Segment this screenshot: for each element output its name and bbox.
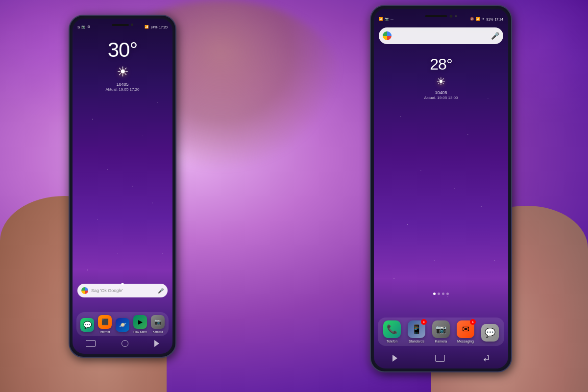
dot-r3 (442, 293, 444, 295)
badge-messaging: 1 (470, 319, 476, 325)
weather-icon-left: ☀ (77, 64, 168, 80)
dot-r1 (433, 293, 436, 295)
weather-widget-right: 28° ☀ 10405 Aktual. 19.05 13:00 (381, 55, 502, 100)
left-side-button (69, 74, 70, 89)
app-wrapper-internet[interactable]: ⬛ Internet (98, 315, 112, 333)
battery-right: 91% (486, 18, 493, 21)
app-label-camera-right: Kamera (435, 340, 447, 343)
app-wrapper-samsung[interactable]: 🪐 (116, 318, 129, 333)
telefon-icon: 📞 (387, 324, 397, 335)
google-logo-right (383, 31, 392, 40)
signal-right: 📶 (476, 17, 480, 21)
search-bar-right-top[interactable]: 🎤 (379, 27, 503, 44)
nav-back-left[interactable] (154, 340, 159, 347)
app-label-standards: Standards (409, 340, 424, 343)
phone-left-screen: S 📷 ⚙ 📶 24% 17:20 30° ☀ 10405 Aktual. 19… (73, 19, 172, 354)
weather-widget-left: 30° ☀ 10405 Aktual. 19.05 17:20 (77, 38, 168, 92)
notif-icon-1: 📶 (379, 17, 383, 21)
right-side-button (175, 65, 176, 84)
app-wrapper-telefon[interactable]: 📞 Telefon (383, 320, 401, 343)
phone-top-hardware (112, 24, 133, 26)
temperature-right: 28° (381, 55, 502, 74)
app-label-camera-left: Kamera (152, 330, 163, 333)
internet-icon: ⬛ (101, 318, 109, 325)
app-wrapper-camera-left[interactable]: 📷 Kamera (151, 315, 165, 333)
app-icon-internet[interactable]: ⬛ (98, 315, 112, 329)
app-dock-right: 📞 Telefon 📱 3 Standards 📷 Kamera (378, 318, 504, 346)
speaker (112, 24, 129, 26)
app-wrapper-messages[interactable]: 💬 (80, 318, 94, 333)
nav-bar-right (374, 352, 508, 365)
time-right: 17:24 (494, 18, 503, 21)
app-label-playstore: Play Store (133, 330, 147, 333)
app-icon-samsung[interactable]: 🪐 (116, 318, 129, 332)
camera-status-icon: 📷 (81, 25, 86, 29)
nav-bar-left (73, 337, 172, 350)
app-dock-left: 💬 ⬛ Internet 🪐 (76, 312, 169, 336)
app-icon-telefon[interactable]: 📞 (383, 320, 401, 338)
samsung-app-icon: 🪐 (119, 321, 126, 328)
nav-return-right[interactable] (483, 355, 490, 362)
app-icon-messages[interactable]: 💬 (80, 318, 94, 332)
app-label-telefon: Telefon (387, 340, 398, 343)
app-wrapper-messaging[interactable]: ✉ 1 Messaging (457, 320, 474, 343)
playstore-icon: ▶ (138, 318, 143, 325)
nav-back-arrow-left (154, 340, 159, 347)
app-wrapper-generic[interactable]: 💬 (481, 324, 499, 343)
notif-icon-3: ··· (391, 18, 393, 21)
location-left: 10405 (77, 82, 168, 87)
search-bar-left[interactable]: Sag 'Ok Google' 🎤 (77, 284, 168, 297)
messaging-icon: ✉ (462, 324, 469, 335)
weather-icon-right: ☀ (381, 75, 502, 88)
app-wrapper-playstore[interactable]: ▶ Play Store (133, 315, 147, 333)
dot-r2 (438, 293, 440, 295)
search-placeholder-left: Sag 'Ok Google' (91, 288, 158, 293)
phone-left-container: S 📷 ⚙ 📶 24% 17:20 30° ☀ 10405 Aktual. 19… (69, 15, 176, 358)
status-left-icons: S 📷 ⚙ (77, 25, 90, 29)
right-phone-hardware (425, 15, 457, 18)
app-icon-standards[interactable]: 📱 3 (408, 320, 425, 338)
app-icon-playstore[interactable]: ▶ (133, 315, 147, 329)
standards-icon: 📱 (411, 324, 422, 335)
app-icon-messaging[interactable]: ✉ 1 (457, 320, 474, 338)
dot-1 (122, 283, 124, 285)
signal-icon: 📶 (145, 25, 149, 29)
app-wrapper-camera-right[interactable]: 📷 Kamera (432, 320, 450, 343)
camera-front (131, 24, 133, 26)
date-right: Aktual. 19.05 13:00 (381, 96, 502, 100)
date-left: Aktual. 19.05 17:20 (77, 87, 168, 92)
camera-front-right (450, 15, 453, 18)
messages-icon: 💬 (83, 321, 92, 329)
mic-icon-left: 🎤 (158, 288, 164, 294)
page-dots-right (433, 293, 449, 295)
notif-icon-2: 📷 (385, 17, 389, 21)
samsung-icon: S (77, 25, 80, 29)
settings-status-icon: ⚙ (87, 25, 90, 29)
app-icon-camera-right[interactable]: 📷 (432, 320, 450, 338)
app-icon-camera-left[interactable]: 📷 (151, 315, 165, 329)
badge-standards: 3 (421, 319, 427, 325)
nav-recent-left[interactable] (86, 340, 96, 347)
camera-icon-right: 📷 (436, 324, 446, 335)
phone-right-container: 📶 📷 ··· 🔇 📶 ✈ 91% 17:24 🎤 (370, 5, 512, 372)
app-label-messaging: Messaging (457, 340, 474, 343)
dot-r4 (446, 293, 449, 295)
return-icon (483, 355, 490, 362)
app-icon-generic[interactable]: 💬 (481, 324, 499, 342)
nav-home-left[interactable] (122, 340, 128, 347)
nav-back-arrow-right (392, 355, 397, 362)
airplane-icon: ✈ (482, 17, 485, 21)
phone-left-shell: S 📷 ⚙ 📶 24% 17:20 30° ☀ 10405 Aktual. 19… (69, 15, 176, 358)
phone-right-shell: 📶 📷 ··· 🔇 📶 ✈ 91% 17:24 🎤 (370, 5, 512, 372)
location-right: 10405 (381, 90, 502, 95)
nav-home-right[interactable] (435, 355, 445, 362)
generic-icon: 💬 (485, 327, 495, 338)
page-dots-left (122, 283, 124, 285)
phone-right-screen: 📶 📷 ··· 🔇 📶 ✈ 91% 17:24 🎤 (374, 9, 508, 368)
app-wrapper-standards[interactable]: 📱 3 Standards (408, 320, 425, 343)
mic-icon-right: 🎤 (491, 32, 499, 40)
nav-back-right-wrapper[interactable] (392, 355, 397, 362)
status-right-info: 📶 24% 17:20 (145, 25, 168, 29)
app-label-internet: Internet (100, 330, 110, 333)
status-right-right: 🔇 📶 ✈ 91% 17:24 (470, 17, 503, 21)
